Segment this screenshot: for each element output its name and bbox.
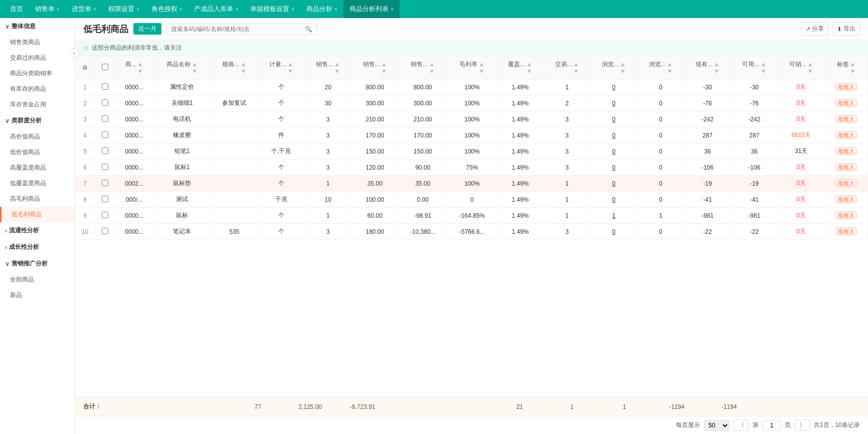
sidebar-item-高覆盖度商品[interactable]: 高覆盖度商品 — [0, 160, 75, 176]
export-button[interactable]: ⬇ 导出 — [832, 22, 860, 36]
col-saleable[interactable]: 可销...▲▼ — [778, 56, 824, 79]
nav-item-权限设置[interactable]: 权限设置× — [102, 0, 145, 18]
col-code[interactable]: 商...▲▼ — [115, 56, 153, 79]
col-cover-rate[interactable]: 覆盖...▲▼ — [497, 56, 544, 79]
close-icon[interactable]: × — [291, 7, 294, 12]
sidebar-item-低价值商品[interactable]: 低价值商品 — [0, 144, 75, 160]
col-trade-count[interactable]: 交易...▲▼ — [544, 56, 590, 79]
row-unit: 个,千克 — [258, 143, 304, 160]
per-page-select[interactable]: 102050100 — [704, 420, 730, 431]
col-settings[interactable]: ⚙ — [75, 56, 95, 79]
row-checkbox[interactable] — [102, 148, 108, 154]
row-browse1[interactable]: 0 — [590, 160, 637, 176]
col-spec[interactable]: 规格...▲▼ — [211, 56, 258, 79]
sidebar-item-交易过的商品[interactable]: 交易过的商品 — [0, 50, 75, 66]
select-all-checkbox[interactable] — [102, 64, 108, 70]
col-sales-price[interactable]: 销售...▲▼ — [352, 56, 398, 79]
nav-item-首页[interactable]: 首页 — [4, 0, 29, 18]
row-browse1[interactable]: 0 — [590, 111, 637, 127]
row-browse1[interactable]: 1 — [590, 208, 637, 224]
row-browse1[interactable]: 0 — [590, 95, 637, 111]
col-gross-rate[interactable]: 毛利率▲▼ — [447, 56, 497, 79]
sidebar-item-高价值商品[interactable]: 高价值商品 — [0, 129, 75, 144]
col-name[interactable]: 商品名称▲▼ — [153, 56, 211, 79]
row-browse1[interactable]: 0 — [590, 143, 637, 160]
row-checkbox-cell[interactable] — [95, 192, 115, 208]
row-checkbox-cell[interactable] — [95, 95, 115, 111]
col-browse2[interactable]: 浏览...▲▼ — [637, 56, 684, 79]
sidebar-item-库存资金占用[interactable]: 库存资金占用 — [0, 97, 75, 112]
nav-item-销售单[interactable]: 销售单× — [29, 0, 66, 18]
sidebar-collapse-button[interactable]: « — [69, 48, 79, 58]
col-available[interactable]: 可用...▲▼ — [731, 56, 778, 79]
row-checkbox-cell[interactable] — [95, 208, 115, 224]
sidebar-item-商品分类助销率[interactable]: 商品分类助销率 — [0, 66, 75, 81]
row-checkbox[interactable] — [102, 196, 108, 202]
nav-item-产成品入库单[interactable]: 产成品入库单× — [188, 0, 244, 18]
row-checkbox[interactable] — [102, 115, 108, 122]
close-icon[interactable]: × — [235, 7, 238, 12]
footer-total-label: 合计： — [83, 402, 101, 411]
col-unit[interactable]: 计量...▲▼ — [258, 56, 304, 79]
row-checkbox-cell[interactable] — [95, 143, 115, 160]
col-sales-qty[interactable]: 销售...▲▼ — [305, 56, 352, 79]
close-icon[interactable]: × — [93, 7, 96, 12]
row-browse1[interactable]: 0 — [590, 79, 637, 95]
sidebar-group-0[interactable]: ∨整体信息 — [0, 18, 75, 35]
period-button[interactable]: 近一月 — [133, 23, 161, 35]
footer-cell — [389, 403, 441, 410]
row-checkbox[interactable] — [102, 99, 108, 106]
sidebar-item-全部商品[interactable]: 全部商品 — [0, 272, 75, 287]
row-checkbox-cell[interactable] — [95, 176, 115, 192]
row-checkbox-cell[interactable] — [95, 160, 115, 176]
row-checkbox[interactable] — [102, 180, 108, 186]
share-button[interactable]: ↗ 分享 — [801, 22, 828, 36]
row-browse1[interactable]: 0 — [590, 192, 637, 208]
close-icon[interactable]: × — [57, 7, 60, 12]
col-checkbox[interactable] — [95, 56, 115, 79]
sidebar-item-低毛利商品[interactable]: 低毛利商品 — [0, 207, 75, 222]
row-checkbox-cell[interactable] — [95, 79, 115, 95]
close-icon[interactable]: × — [136, 7, 139, 12]
row-code: 000/... — [115, 192, 153, 208]
sidebar-item-高毛利商品[interactable]: 高毛利商品 — [0, 191, 75, 207]
next-page-button[interactable]: 〉 — [795, 419, 810, 431]
row-checkbox[interactable] — [102, 131, 108, 138]
nav-item-商品分析[interactable]: 商品分析× — [300, 0, 343, 18]
col-tag[interactable]: 标签▲▼ — [824, 56, 867, 79]
col-browse1[interactable]: 浏览...▲▼ — [590, 56, 637, 79]
sidebar-item-新品[interactable]: 新品 — [0, 287, 75, 303]
row-browse1[interactable]: 0 — [590, 224, 637, 240]
row-number: 8 — [75, 192, 95, 208]
col-current-stock[interactable]: 现有...▲▼ — [684, 56, 731, 79]
search-icon[interactable]: 🔍 — [305, 26, 312, 33]
sidebar-item-有库存的商品[interactable]: 有库存的商品 — [0, 81, 75, 97]
col-sales-profit[interactable]: 销售...▲▼ — [398, 56, 447, 79]
nav-item-进货单[interactable]: 进货单× — [66, 0, 102, 18]
close-icon[interactable]: × — [334, 7, 337, 12]
nav-item-角色授权[interactable]: 角色授权× — [145, 0, 189, 18]
row-checkbox[interactable] — [102, 83, 108, 90]
table-container[interactable]: ⚙ 商...▲▼ 商品名称▲▼ 规格...▲▼ 计量...▲▼ 销售...▲▼ … — [75, 56, 868, 397]
close-icon[interactable]: × — [391, 7, 394, 12]
sidebar-group-3[interactable]: ›成长性分析 — [0, 239, 75, 255]
prev-page-button[interactable]: 〈 — [734, 419, 749, 431]
nav-item-商品分析列表[interactable]: 商品分析列表× — [343, 0, 400, 18]
row-checkbox-cell[interactable] — [95, 111, 115, 127]
sidebar-group-4[interactable]: ∨营销推广分析 — [0, 255, 75, 272]
nav-item-单据模板设置[interactable]: 单据模板设置× — [244, 0, 300, 18]
search-input[interactable] — [171, 26, 305, 33]
row-checkbox[interactable] — [102, 212, 108, 218]
row-checkbox-cell[interactable] — [95, 127, 115, 143]
row-checkbox[interactable] — [102, 228, 108, 234]
sidebar-group-2[interactable]: ›流通性分析 — [0, 222, 75, 239]
row-checkbox[interactable] — [102, 164, 108, 170]
sidebar-group-1[interactable]: ∨类群度分析 — [0, 112, 75, 129]
sidebar-item-低覆盖度商品[interactable]: 低覆盖度商品 — [0, 176, 75, 191]
sidebar-item-销售类商品[interactable]: 销售类商品 — [0, 35, 75, 50]
page-number-input[interactable] — [763, 420, 781, 430]
row-browse1[interactable]: 0 — [590, 176, 637, 192]
row-checkbox-cell[interactable] — [95, 224, 115, 240]
close-icon[interactable]: × — [180, 7, 183, 12]
row-browse1[interactable]: 0 — [590, 127, 637, 143]
